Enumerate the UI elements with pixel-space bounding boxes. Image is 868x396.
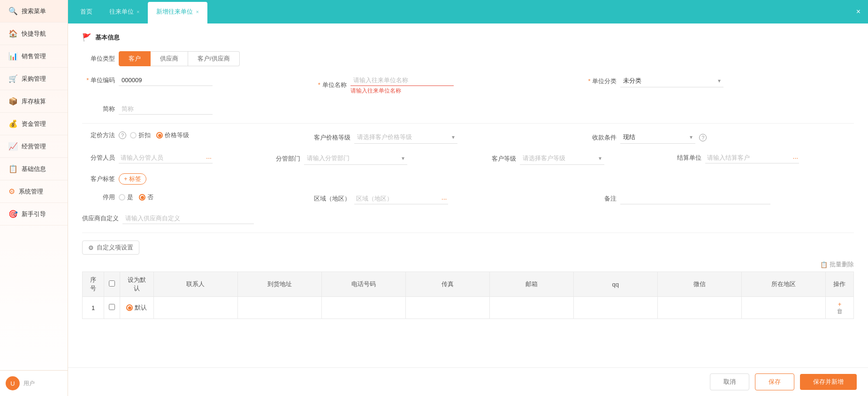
sales-icon: 📊 [8,52,18,61]
sidebar-item-inventory[interactable]: 📦 库存核算 [0,90,68,113]
customer-price-level-select[interactable]: 请选择客户价格等级 ▾ [354,131,457,144]
save-button[interactable]: 保存 [755,373,794,390]
pricing-help-icon[interactable]: ? [119,132,126,139]
sidebar-item-purchase[interactable]: 🛒 采购管理 [0,68,68,90]
tab-new-partner[interactable]: 新增往来单位 × [148,2,207,23]
remark-label: 备注 [584,194,617,203]
unit-info-row: 单位编码 单位名称 请输入往来单位名称 单位分类 未分类 ▾ [82,75,854,95]
unit-name-error-msg: 请输入往来单位名称 [350,87,454,95]
radio-discount[interactable]: 折扣 [130,131,151,140]
customer-tag-label: 客户标签 [82,175,115,183]
abbreviation-input[interactable] [119,103,213,115]
cancel-button[interactable]: 取消 [710,373,749,390]
radio-no[interactable]: 否 [139,193,153,202]
manager-ellipsis-btn[interactable]: ··· [205,154,213,162]
manager-row: 分管人员 ··· 分管部门 请输入分管部门 ▾ 客户等级 请选择客户等级 ▾ [82,152,854,165]
th-phone: 电话号码 [321,272,405,297]
settlement-ellipsis-btn[interactable]: ··· [792,154,799,162]
th-address: 到货地址 [237,272,321,297]
tab-home[interactable]: 首页 [72,2,101,22]
custom-settings-button[interactable]: ⚙ 自定义项设置 [82,241,139,255]
batch-delete-label[interactable]: 批量删除 [830,260,854,269]
select-all-checkbox[interactable] [109,280,115,287]
type-btn-both[interactable]: 客户/供应商 [188,51,240,66]
td-email [489,297,573,319]
settlement-unit-label: 结算单位 [669,154,701,162]
unit-type-label: 单位类型 [82,54,115,63]
radio-default[interactable]: 默认 [125,303,149,312]
area-label: 区域（地区） [314,194,350,203]
email-input[interactable] [495,304,569,311]
batch-delete-icon: 📋 [820,261,828,268]
chevron-down-icon2: ▾ [452,134,455,140]
wechat-input[interactable] [662,304,737,311]
contact-input[interactable] [159,304,233,311]
radio-yes[interactable]: 是 [119,193,133,202]
th-region: 所在地区 [741,272,825,297]
delete-row-btn[interactable]: 🗑 [837,308,843,315]
tag-add-button[interactable]: + 标签 [119,173,146,185]
row-checkbox[interactable] [109,304,115,310]
save-and-new-button[interactable]: 保存并新增 [800,374,857,390]
window-close-button[interactable]: × [853,6,864,18]
type-btn-supplier[interactable]: 供应商 [151,51,188,66]
th-default: 设为默认 [120,272,154,297]
phone-input[interactable] [327,304,401,311]
sidebar-item-operations[interactable]: 📈 经营管理 [0,135,68,158]
home-icon: 🏠 [8,29,18,38]
type-btn-customer[interactable]: 客户 [119,51,151,66]
payment-terms-select[interactable]: 现结 ▾ [620,131,695,144]
settlement-unit-input[interactable] [705,152,792,163]
unit-category-select[interactable]: 未分类 ▾ [620,75,723,87]
pricing-radio-group: 折扣 价格等级 [130,131,189,140]
th-contact: 联系人 [153,272,237,297]
table-header-row: 序号 设为默认 联系人 到货地址 电话号码 传真 邮箱 qq 微信 所在地区 操… [83,272,854,297]
chevron-down-icon3: ▾ [690,134,693,140]
th-fax: 传真 [405,272,489,297]
th-checkbox [104,272,120,297]
radio-price-level[interactable]: 价格等级 [156,131,189,140]
tab-new-partner-close[interactable]: × [196,9,198,15]
sidebar-item-guide[interactable]: 🎯 新手引导 [0,203,68,225]
sidebar-item-quick-nav[interactable]: 🏠 快捷导航 [0,23,68,45]
department-select[interactable]: 请输入分管部门 ▾ [304,152,407,165]
region-input[interactable] [746,304,821,311]
contact-table: 序号 设为默认 联系人 到货地址 电话号码 传真 邮箱 qq 微信 所在地区 操… [82,272,854,319]
td-wechat [657,297,741,319]
manager-input[interactable] [119,152,205,163]
payment-help-icon[interactable]: ? [699,134,707,141]
batch-actions-bar: 📋 批量删除 [82,260,854,269]
sidebar-item-finance[interactable]: 💰 资金管理 [0,113,68,135]
address-input[interactable] [243,304,317,311]
fax-input[interactable] [411,304,485,311]
th-wechat: 微信 [657,272,741,297]
customer-level-select[interactable]: 请选择客户等级 ▾ [520,152,604,165]
tab-partner[interactable]: 往来单位 × [101,2,148,22]
unit-name-input[interactable] [350,75,454,86]
supplier-custom-input[interactable] [122,213,254,224]
area-ellipsis-btn[interactable]: ··· [441,195,448,202]
chevron-down-icon5: ▾ [599,155,602,162]
unit-code-label: 单位编码 [82,76,115,85]
disable-row: 停用 是 否 区域（地区） ··· [82,193,854,204]
abbreviation-row: 简称 [82,103,854,115]
purchase-icon: 🛒 [8,74,18,83]
customer-level-label: 客户等级 [483,155,516,163]
add-row-btn[interactable]: + [838,301,842,308]
avatar: U [6,376,20,390]
area-input[interactable] [354,193,441,204]
sidebar: 🔍 搜索菜单 🏠 快捷导航 📊 销售管理 🛒 采购管理 📦 库存核算 💰 资金管… [0,0,68,396]
tab-partner-close[interactable]: × [137,9,139,15]
td-phone [321,297,405,319]
remark-input[interactable] [620,193,770,204]
qq-input[interactable] [579,304,653,311]
sidebar-item-sales[interactable]: 📊 销售管理 [0,45,68,68]
td-default: 默认 [120,297,154,319]
supplier-custom-row: 供应商自定义 [82,213,854,224]
inventory-icon: 📦 [8,97,18,106]
manager-label: 分管人员 [82,154,115,162]
sidebar-item-basic-info[interactable]: 📋 基础信息 [0,158,68,180]
sidebar-item-system[interactable]: ⚙ 系统管理 [0,180,68,203]
unit-code-input[interactable] [119,75,213,86]
sidebar-item-search-menu[interactable]: 🔍 搜索菜单 [0,0,68,23]
